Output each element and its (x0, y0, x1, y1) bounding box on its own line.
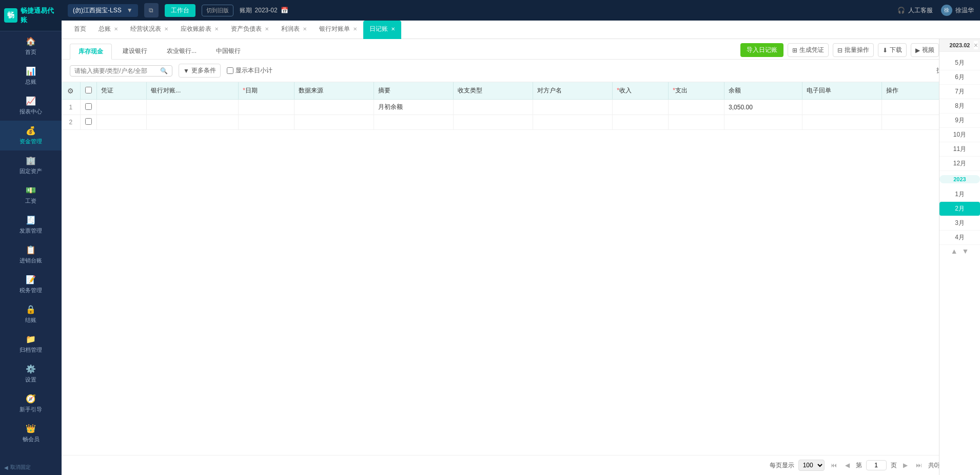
sidebar-item-member[interactable]: 👑 畅会员 (0, 419, 62, 448)
sidebar-item-sales[interactable]: 📋 进销台账 (0, 240, 62, 270)
date-panel-up-icon[interactable]: ▲ (951, 247, 958, 255)
subtab-agriculture[interactable]: 农业银行... (158, 43, 205, 59)
subtab-agriculture-label: 农业银行... (167, 47, 197, 54)
import-journal-button[interactable]: 导入日记账 (740, 43, 783, 57)
subtab-china[interactable]: 中国银行 (207, 43, 249, 59)
tax-icon: 📝 (26, 275, 36, 284)
page-input[interactable]: 1 (866, 460, 887, 470)
sidebar-item-label: 归档管理 (19, 346, 42, 354)
date-panel-close[interactable]: × (974, 41, 978, 49)
sidebar-item-funds[interactable]: 💰 资金管理 (0, 121, 62, 150)
sidebar-item-tax[interactable]: 📝 税务管理 (0, 270, 62, 299)
col-balance: 余额 (724, 82, 802, 100)
tab-assets-liab[interactable]: 资产负债表 ✕ (225, 21, 275, 39)
period-edit-icon[interactable]: 📅 (281, 7, 288, 14)
date-panel-month-7[interactable]: 7月 (939, 85, 980, 99)
per-page-label: 每页显示 (770, 461, 794, 470)
tab-ledger-close[interactable]: ✕ (114, 26, 118, 32)
col-e-receipt: 电子回单 (802, 82, 882, 100)
copy-icon: ⧉ (149, 7, 153, 14)
search-box[interactable]: 🔍 (70, 65, 172, 77)
tab-receivable-close[interactable]: ✕ (214, 26, 219, 32)
row-checkbox-1[interactable] (80, 100, 96, 115)
show-daily-checkbox[interactable] (227, 67, 233, 74)
tab-business-close[interactable]: ✕ (164, 26, 168, 32)
sidebar-item-ledger[interactable]: 📊 总账 (0, 61, 62, 91)
row-expense-2 (669, 115, 724, 130)
subtab-construction[interactable]: 建设银行 (114, 43, 156, 59)
date-panel-month-12[interactable]: 12月 (939, 157, 980, 171)
customer-service[interactable]: 🎧 人工客服 (897, 6, 933, 15)
tab-receivable[interactable]: 应收账龄表 ✕ (174, 21, 225, 39)
switch-version-button[interactable]: 切到旧版 (202, 5, 233, 16)
date-panel-month-11[interactable]: 11月 (939, 142, 980, 157)
download-button[interactable]: ⬇ 下载 (878, 43, 907, 57)
pin-toggle[interactable]: ◀ 取消固定 (0, 460, 62, 475)
sidebar-item-invoice[interactable]: 🧾 发票管理 (0, 210, 62, 240)
date-panel-month-6[interactable]: 6月 (939, 70, 980, 85)
user-profile[interactable]: 徐 徐温华 (941, 5, 974, 16)
per-page-select[interactable]: 20 50 100 200 (798, 460, 825, 471)
tab-bank-rec[interactable]: 银行对账单 ✕ (313, 21, 363, 39)
tab-profit[interactable]: 利润表 ✕ (275, 21, 313, 39)
headset-icon: 🎧 (897, 7, 905, 14)
date-panel-top-date: 2023.02 (950, 42, 970, 48)
row-date-2 (239, 115, 295, 130)
topbar-right: 🎧 人工客服 徐 徐温华 (897, 5, 974, 16)
date-panel-month-1[interactable]: 1月 (939, 187, 980, 202)
search-icon[interactable]: 🔍 (160, 67, 168, 74)
date-panel-month-8[interactable]: 8月 (939, 99, 980, 113)
workbench-button[interactable]: 工作台 (165, 4, 195, 17)
home-icon: 🏠 (26, 36, 36, 46)
date-panel-month-5[interactable]: 5月 (939, 56, 980, 70)
date-panel-month-4[interactable]: 4月 (939, 231, 980, 245)
generate-voucher-button[interactable]: ⊞ 生成凭证 (788, 43, 829, 57)
sidebar-item-settings[interactable]: ⚙️ 设置 (0, 359, 62, 389)
gear-icon[interactable]: ⚙ (67, 87, 74, 95)
tab-journal-close[interactable]: ✕ (391, 26, 395, 32)
batch-op-button[interactable]: ⊟ 批量操作 (833, 43, 874, 57)
date-panel-month-10[interactable]: 10月 (939, 128, 980, 142)
first-page-button[interactable]: ⏮ (829, 462, 839, 469)
row-checkbox-2[interactable] (80, 115, 96, 130)
search-input[interactable] (74, 67, 157, 74)
subtabbar: 库存现金 建设银行 农业银行... 中国银行 导入日记账 ⊞ 生成凭证 ⊟ (62, 39, 980, 60)
date-panel-month-2[interactable]: 2月 (939, 202, 980, 216)
tab-profit-close[interactable]: ✕ (303, 26, 307, 32)
tab-bank-close[interactable]: ✕ (353, 26, 357, 32)
video-button[interactable]: ▶ 视频 (911, 43, 939, 57)
closing-icon: 🔒 (26, 305, 36, 314)
sidebar-item-guide[interactable]: 🧭 新手引导 (0, 389, 62, 419)
show-daily-checkbox-label[interactable]: 显示本日小计 (227, 66, 272, 75)
sidebar-item-closing[interactable]: 🔒 结账 (0, 299, 62, 329)
col-checkbox[interactable] (80, 82, 96, 100)
subtab-cash[interactable]: 库存现金 (70, 44, 112, 60)
date-panel-month-9[interactable]: 9月 (939, 113, 980, 128)
tab-business[interactable]: 经营状况表 ✕ (124, 21, 174, 39)
date-panel-month-3[interactable]: 3月 (939, 216, 980, 231)
sidebar-item-home[interactable]: 🏠 首页 (0, 31, 62, 61)
row-bank-rec-1 (147, 100, 239, 115)
tab-home[interactable]: 首页 (68, 21, 92, 39)
filter-button[interactable]: ▼ 更多条件 (179, 64, 221, 78)
ledger-icon: 📊 (26, 66, 36, 76)
table-row: 2 (62, 115, 980, 130)
col-settings[interactable]: ⚙ (62, 82, 80, 100)
date-panel: × 2023.02 5月 6月 7月 8月 9月 10月 11月 12月 202… (939, 39, 980, 475)
prev-page-button[interactable]: ◀ (843, 462, 852, 469)
tab-journal[interactable]: 日记账 ✕ (363, 21, 401, 39)
sidebar-item-reports[interactable]: 📈 报表中心 (0, 91, 62, 121)
tab-assets-close[interactable]: ✕ (265, 26, 269, 32)
next-page-button[interactable]: ▶ (901, 462, 910, 469)
company-copy-button[interactable]: ⧉ (144, 3, 159, 17)
sidebar-item-assets[interactable]: 🏢 固定资产 (0, 150, 62, 180)
select-all-checkbox[interactable] (85, 87, 92, 93)
tab-ledger[interactable]: 总账 ✕ (92, 21, 124, 39)
last-page-button[interactable]: ⏭ (914, 462, 924, 469)
generate-voucher-icon: ⊞ (792, 47, 797, 54)
sidebar-item-wages[interactable]: 💵 工资 (0, 180, 62, 210)
company-selector[interactable]: (勿)江西掘宝-LSS ▼ (68, 4, 138, 17)
row-expense-1 (669, 100, 724, 115)
sidebar-item-archive[interactable]: 📁 归档管理 (0, 329, 62, 359)
date-panel-down-icon[interactable]: ▼ (962, 247, 969, 255)
